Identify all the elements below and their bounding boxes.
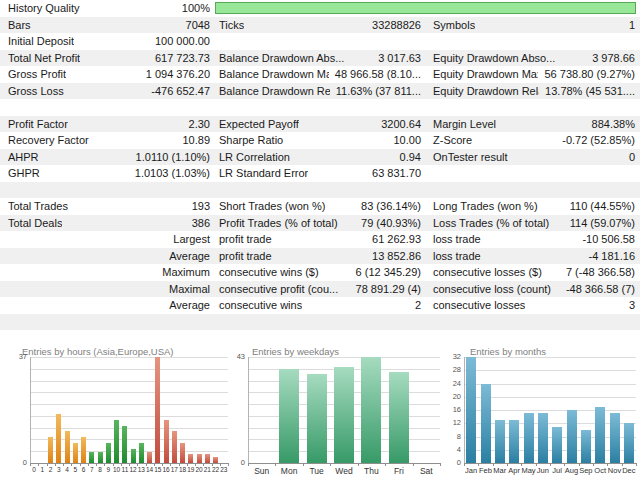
bar-tue [307,374,327,463]
x-axis-tick-label: Mar [493,466,507,475]
stat-label: consecutive wins [219,297,302,314]
stat-cell-group: OnTester result0 [428,149,640,166]
x-axis-tick [71,463,72,466]
stat-label: Symbols [433,17,475,34]
stat-cell-group: Balance Drawdown Ma...48 966.58 (8.10... [213,66,428,83]
backtest-report: History Quality100%Bars7048Ticks33288826… [0,0,640,480]
bar-16 [164,420,169,463]
stat-label: consecutive loss (count) [433,281,551,298]
gridline [464,357,636,358]
stat-cell-group: Sharpe Ratio10.00 [213,132,428,149]
x-axis-tick-label: 17 [170,466,178,473]
stat-label: Equity Drawdown Relat... [433,83,539,100]
stat-cell-group [213,33,428,50]
stat-value: Average [169,297,210,314]
progress-fill [216,3,635,13]
stat-cell-group: Recovery Factor10.89 [0,132,213,149]
x-axis-tick [121,463,122,466]
stat-cell-group: Maximal [0,281,213,298]
stat-cell-group: consecutive wins ($)6 (12 345.29) [213,264,428,281]
stat-label: Recovery Factor [8,132,89,149]
x-axis-tick [493,463,494,466]
stat-cell-group [428,314,640,331]
bar-12 [131,449,136,463]
stat-label: Ticks [219,17,244,34]
stat-cell-group: Expected Payoff3200.64 [213,116,428,133]
stat-cell-group: Total Net Profit617 723.73 [0,50,213,67]
stat-cell-group: Balance Drawdown Rel...11.63% (37 811... [213,83,428,100]
stat-label: Total Net Profit [8,50,80,67]
stat-cell-group: Equity Drawdown Abso...3 978.66 [428,50,640,67]
stat-label: Profit Trades (% of total) [219,215,338,232]
x-axis-tick [464,463,465,466]
x-axis-tick-label: May [521,466,535,475]
x-axis-tick-label: Apr [507,466,521,475]
y-axis-line [30,357,31,466]
x-axis-tick [303,463,304,466]
x-axis-tick [88,463,89,466]
bar-jul [552,427,562,463]
stat-label: GHPR [8,165,40,182]
x-axis-tick [80,463,81,466]
stat-value: 6 (12 345.29) [356,264,421,281]
bar-mar [495,420,505,463]
table-row [0,182,640,199]
table-row: History Quality100% [0,0,640,17]
x-axis-tick [536,463,537,466]
stat-value: 48 966.58 (8.10... [335,66,421,83]
bar-7 [89,452,94,463]
bar-5 [73,443,78,463]
x-axis-tick [248,463,249,466]
stat-value: 11.63% (37 811... [336,83,421,100]
x-axis-tick [275,463,276,466]
stat-cell-group: loss trade-4 181.16 [428,248,640,265]
table-row [0,314,640,331]
table-row: AHPR1.0110 (1.10%)LR Correlation0.94OnTe… [0,149,640,166]
y-axis-line [248,357,249,466]
x-axis-tick [187,463,188,466]
bar-apr [509,420,519,463]
stat-value: Maximum [162,264,210,281]
x-axis-tick [30,463,31,466]
x-axis-tick [550,463,551,466]
bar-nov [610,413,620,463]
x-axis-tick-label: 16 [162,466,170,473]
stat-value: 10.89 [182,132,210,149]
stat-label: Profit Factor [8,116,68,133]
stat-value: 0 [629,149,635,166]
x-axis-tick [154,463,155,466]
x-axis-tick-label: Nov [607,466,621,475]
stat-label: History Quality [8,0,80,17]
table-row: Profit Factor2.30Expected Payoff3200.64M… [0,116,640,133]
table-row: Maximumconsecutive wins ($)6 (12 345.29)… [0,264,640,281]
x-axis-tick-label: 14 [146,466,154,473]
stat-value: 13.78% (45 531.... [545,83,635,100]
stat-cell-group: Long Trades (won %)110 (44.55%) [428,198,640,215]
table-row: Averageprofit trade13 852.86loss trade-4… [0,248,640,265]
x-axis-tick-label: Jun [536,466,550,475]
stat-value: 110 (44.55%) [570,198,635,215]
table-row: Total Deals386Profit Trades (% of total)… [0,215,640,232]
x-axis-tick-label: 6 [80,466,88,473]
table-row: Bars7048Ticks33288826Symbols1 [0,17,640,34]
x-axis-tick-label: 18 [179,466,187,473]
x-axis-tick-label: 0 [30,466,38,473]
x-axis-tick [521,463,522,466]
stat-label: Z-Score [433,132,472,149]
stat-label: consecutive losses [433,297,525,314]
x-axis-tick-label: Feb [478,466,492,475]
x-axis-tick [137,463,138,466]
stat-label: Equity Drawdown Maxi... [433,66,538,83]
bar-4 [65,431,70,463]
stat-label: Equity Drawdown Abso... [433,50,555,67]
bar-2 [48,437,53,463]
bar-10 [114,420,119,463]
stat-value: 63 831.70 [372,165,421,182]
stat-value: 1.0103 (1.03%) [135,165,210,182]
y-axis-tick-label: 24 [453,380,461,388]
stat-value: Average [169,248,210,265]
stat-cell-group: consecutive profit (cou...78 891.29 (4) [213,281,428,298]
stat-cell-group: Profit Factor2.30 [0,116,213,133]
stat-cell-group [213,182,428,199]
x-axis-tick-label: 21 [203,466,211,473]
